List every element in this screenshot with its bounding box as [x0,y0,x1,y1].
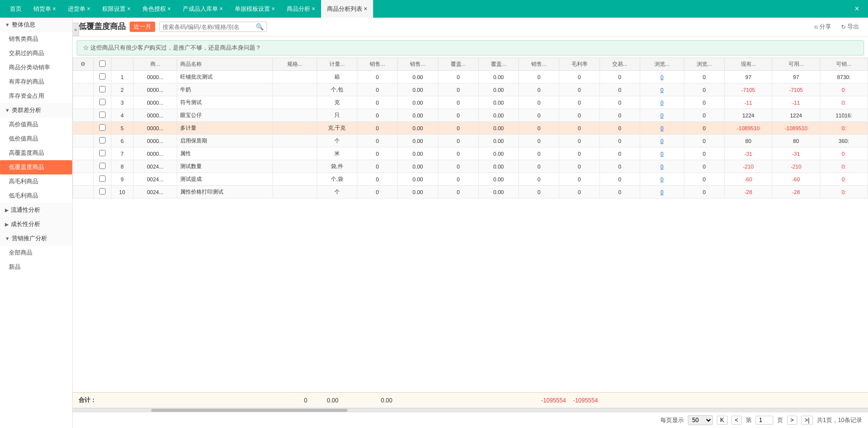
time-filter-button[interactable]: 近一月 [130,22,155,32]
sidebar-item-high-coverage[interactable]: 高覆盖度商品 [0,146,72,160]
share-button[interactable]: ⎋ 分享 [812,22,834,32]
next-page-button[interactable]: > [787,416,797,425]
table-cell[interactable]: 0 [640,96,684,109]
select-all-checkbox[interactable] [99,60,106,67]
search-icon[interactable]: 🔍 [256,23,264,30]
row-checkbox[interactable] [99,150,106,156]
table-cell: 80 [725,135,772,147]
first-page-button[interactable]: K [717,416,728,425]
sidebar-section-growth[interactable]: ▶ 成长性分析 [0,217,72,231]
table-cell: 测试数量 [177,160,273,173]
sidebar-item-new-goods[interactable]: 新品 [0,260,72,274]
table-cell: -11 [725,96,772,109]
sidebar-item-stock-capital[interactable]: 库存资金占用 [0,89,72,103]
sidebar-collapse-button[interactable]: « [73,23,79,36]
table-cell: 6 [111,135,133,147]
window-close-button[interactable]: × [850,4,864,13]
table-cell: -11 [772,96,820,109]
row-checkbox[interactable] [99,86,106,92]
info-text: ☆ 这些商品只有很少客户购买过，是推广不够，还是商品本身问题？ [83,44,261,52]
sidebar-item-sales-goods[interactable]: 销售类商品 [0,32,72,46]
table-cell[interactable]: 0 [640,135,684,147]
nav-finished-goods[interactable]: 产成品入库单 × [177,0,229,18]
scrollbar-thumb[interactable] [151,409,348,412]
horizontal-scrollbar[interactable] [73,408,868,412]
table-cell [93,160,111,173]
table-cell[interactable]: 0 [640,160,684,173]
export-button[interactable]: ↻ 导出 [838,22,862,32]
nav-close-permissions[interactable]: × [127,5,131,12]
row-checkbox[interactable] [99,163,106,169]
sidebar-item-all-goods[interactable]: 全部商品 [0,246,72,260]
nav-close-analysis[interactable]: × [312,5,315,12]
nav-template-settings[interactable]: 单据模板设置 × [229,0,281,18]
table-cell[interactable]: 0 [640,71,684,84]
sidebar-section-overall[interactable]: ▼ 整体信息 [0,18,72,32]
nav-close-finished[interactable]: × [219,5,223,12]
sidebar-item-in-stock[interactable]: 有库存的商品 [0,75,72,89]
table-cell[interactable]: 0 [640,122,684,135]
table-cell: 7 [111,147,133,160]
nav-close-analysis-list[interactable]: × [364,5,367,12]
table-cell: -28 [772,186,820,199]
th-profit: 毛利率 [559,58,599,71]
th-cov2: 覆盖... [478,58,518,71]
footer-avail2: -1095554 [570,397,601,404]
search-input[interactable] [163,24,256,30]
table-body: 10000...旺铺批次测试箱00.0000.000000097978730:2… [73,71,868,199]
sidebar-item-category-turnover[interactable]: 商品分类动销率 [0,60,72,75]
row-checkbox[interactable] [99,124,106,131]
table-cell: 属性价格打印测试 [177,186,273,199]
table-row: 100024...属性价格打印测试个00.0000.0000000-28-280… [73,186,868,199]
row-checkbox[interactable] [99,73,106,80]
nav-close-roles[interactable]: × [167,5,171,12]
table-cell: 0 [559,135,599,147]
nav-home[interactable]: 首页 [4,0,27,18]
th-settings[interactable]: ⚙ [73,58,94,71]
sidebar-section-marketing[interactable]: ▼ 营销推广分析 [0,231,72,246]
th-checkbox[interactable] [93,58,111,71]
sidebar-item-high-profit[interactable]: 高毛利商品 [0,174,72,189]
nav-sales-order[interactable]: 销货单 × [27,0,62,18]
sidebar-item-low-coverage[interactable]: 低覆盖度商品 [0,160,72,174]
sidebar-item-low-profit[interactable]: 低毛利商品 [0,189,72,203]
table-cell[interactable]: 0 [640,186,684,199]
th-avail2: 可用... [772,58,820,71]
th-browse2: 浏览... [684,58,724,71]
row-checkbox[interactable] [99,188,106,195]
nav-product-analysis[interactable]: 商品分析 × [281,0,321,18]
row-checkbox[interactable] [99,99,106,105]
table-cell[interactable]: 0 [640,173,684,186]
row-checkbox[interactable] [99,175,106,182]
footer-cov2: 0.00 [373,397,400,404]
per-page-select[interactable]: 50 100 200 [688,415,713,425]
page-number-input[interactable] [756,416,773,425]
row-checkbox[interactable] [99,137,106,143]
nav-roles[interactable]: 角色授权 × [136,0,177,18]
table-cell: 0 [438,109,478,122]
table-cell[interactable]: 0 [640,147,684,160]
nav-close-template[interactable]: × [271,5,275,12]
table-cell[interactable]: 0 [640,84,684,96]
export-icon: ↻ [841,24,846,30]
sidebar-item-high-value[interactable]: 高价值商品 [0,117,72,132]
nav-permissions[interactable]: 权限设置 × [96,0,136,18]
sidebar-section-cluster[interactable]: ▼ 类群差分析 [0,103,72,117]
table-cell: 0.00 [478,135,518,147]
row-checkbox[interactable] [99,112,106,118]
table-cell: 0 [357,71,398,84]
table-cell [272,71,317,84]
nav-close-sales[interactable]: × [53,5,56,12]
sidebar-item-low-value[interactable]: 低价值商品 [0,132,72,146]
nav-purchase[interactable]: 进货单 × [62,0,96,18]
table-cell: 0 [519,122,559,135]
nav-close-purchase[interactable]: × [87,5,90,12]
table-cell[interactable]: 0 [640,109,684,122]
prev-page-button[interactable]: < [732,416,742,425]
nav-product-analysis-list[interactable]: 商品分析列表 × [321,0,373,18]
sidebar-item-traded-goods[interactable]: 交易过的商品 [0,46,72,60]
sidebar-section-circulation[interactable]: ▶ 流通性分析 [0,203,72,217]
search-box[interactable]: 🔍 [159,22,267,32]
last-page-button[interactable]: >| [801,416,813,425]
table-cell: 0 [599,122,640,135]
